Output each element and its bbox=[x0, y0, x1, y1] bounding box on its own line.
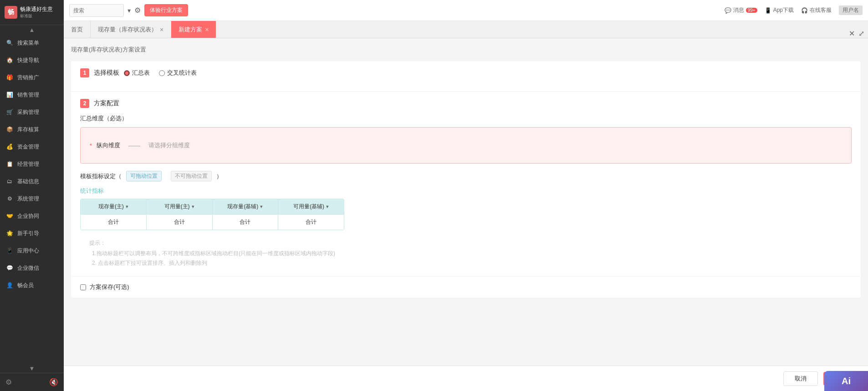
vertical-dim-label: 纵向维度 bbox=[97, 141, 120, 149]
sidebar-item-inventory[interactable]: 📦 库存核算 bbox=[0, 121, 64, 138]
topbar-right: 💬 消息 99+ 📱 App下载 🎧 在线客服 用户名 bbox=[725, 5, 863, 15]
phone-icon: 📱 bbox=[5, 247, 14, 255]
save-row: 方案保存(可选) bbox=[71, 277, 861, 298]
user-icon: 👤 bbox=[5, 281, 14, 289]
section1-header: 1 选择模板 汇总表 交叉统计表 bbox=[80, 68, 852, 77]
sidebar-item-label: 基础信息 bbox=[17, 178, 39, 185]
section-template: 1 选择模板 汇总表 交叉统计表 bbox=[71, 61, 861, 91]
radio-summary-label: 汇总表 bbox=[132, 69, 150, 77]
indicator-label-row: 模板指标设定（ 可拖动位置 不可拖动位置 ） bbox=[80, 171, 852, 181]
tip-text-1: 2. 点击标题栏下拉可设置排序、插入列和删除列 bbox=[92, 259, 207, 267]
sidebar-scroll-up[interactable]: ▲ bbox=[0, 25, 64, 34]
section2-num: 2 bbox=[80, 99, 89, 108]
main-area: ▾ ⚙ 体验行业方案 💬 消息 99+ 📱 App下载 🎧 在线客服 用户名 首… bbox=[64, 0, 868, 391]
sidebar-scroll-down[interactable]: ▼ bbox=[0, 364, 64, 373]
dimension-area[interactable]: * 纵向维度 —— 请选择分组维度 bbox=[80, 127, 852, 164]
dimension-separator: —— bbox=[128, 142, 140, 149]
tab-home[interactable]: 首页 bbox=[64, 21, 91, 38]
tip-row-0: 1.拖动标题栏可以调整布局，不可跨维度或指标区域拖动栏目(只能在同一维度或指标区… bbox=[89, 250, 842, 257]
save-checkbox[interactable] bbox=[80, 284, 86, 290]
draggable-badge: 可拖动位置 bbox=[126, 171, 162, 181]
app-download-button[interactable]: 📱 App下载 bbox=[765, 6, 794, 14]
sidebar-item-basic[interactable]: 🗂 基础信息 bbox=[0, 173, 64, 190]
message-button[interactable]: 💬 消息 99+ bbox=[725, 6, 757, 14]
gear-button[interactable]: ⚙ bbox=[134, 6, 141, 15]
col-header-label-1: 可用量(主) bbox=[164, 203, 190, 211]
tip-text-0: 1.拖动标题栏可以调整布局，不可跨维度或指标区域拖动栏目(只能在同一维度或指标区… bbox=[92, 250, 335, 257]
stats-col-header-3[interactable]: 可用量(基辅) ▾ bbox=[278, 199, 344, 214]
tab-home-label: 首页 bbox=[71, 26, 83, 34]
sidebar-item-system[interactable]: ⚙ 系统管理 bbox=[0, 190, 64, 207]
col-header-label-3: 可用量(基辅) bbox=[293, 203, 324, 211]
folder-icon: 🗂 bbox=[5, 177, 14, 185]
dimension-placeholder: 请选择分组维度 bbox=[148, 141, 190, 149]
sidebar-item-label: 库存核算 bbox=[17, 126, 39, 134]
sidebar: 畅 畅康通好生意 标准版 ▲ 🔍 搜索菜单 🏠 快捷导航 🎁 营销推广 📊 销售… bbox=[0, 0, 64, 391]
settings-icon[interactable]: ⚙ bbox=[5, 378, 12, 386]
tab-inventory-close[interactable]: × bbox=[160, 26, 163, 33]
stats-col-header-2[interactable]: 现存量(基辅) ▾ bbox=[213, 199, 279, 214]
ai-badge[interactable]: Ai bbox=[824, 371, 868, 391]
section2-title: 方案配置 bbox=[94, 99, 119, 108]
tips-title: 提示： bbox=[89, 239, 842, 247]
page-content: 现存量(库存状况表)方案设置 1 选择模板 汇总表 交叉统计表 bbox=[64, 38, 868, 365]
dropdown-button[interactable]: ▾ bbox=[128, 7, 131, 14]
stats-cell-0: 合计 bbox=[81, 215, 147, 230]
tips-section: 提示： 1.拖动标题栏可以调整布局，不可跨维度或指标区域拖动栏目(只能在同一维度… bbox=[80, 239, 852, 267]
sidebar-item-guide[interactable]: 🌟 新手引导 bbox=[0, 225, 64, 242]
industry-btn[interactable]: 体验行业方案 bbox=[144, 4, 188, 16]
sidebar-item-member[interactable]: 👤 畅会员 bbox=[0, 277, 64, 294]
sidebar-item-wechat[interactable]: 💬 企业微信 bbox=[0, 259, 64, 277]
sidebar-item-label: 新手引导 bbox=[17, 230, 39, 237]
radio-cross[interactable]: 交叉统计表 bbox=[159, 69, 197, 77]
col-header-label-2: 现存量(基辅) bbox=[227, 203, 258, 211]
message-icon: 💬 bbox=[725, 7, 731, 14]
sidebar-item-label: 搜索菜单 bbox=[17, 39, 39, 47]
money-icon: 💰 bbox=[5, 143, 14, 151]
sidebar-logo: 畅 畅康通好生意 标准版 bbox=[0, 0, 64, 25]
online-service-button[interactable]: 🎧 在线客服 bbox=[801, 6, 832, 14]
col-dropdown-icon-2[interactable]: ▾ bbox=[260, 204, 263, 210]
col-dropdown-icon-1[interactable]: ▾ bbox=[192, 204, 194, 210]
sidebar-item-nav[interactable]: 🏠 快捷导航 bbox=[0, 51, 64, 69]
sidebar-item-apps[interactable]: 📱 应用中心 bbox=[0, 242, 64, 259]
search-icon: 🔍 bbox=[5, 39, 14, 47]
radio-cross-input[interactable] bbox=[159, 70, 165, 76]
user-profile-button[interactable]: 用户名 bbox=[839, 5, 863, 15]
sidebar-nav: 🔍 搜索菜单 🏠 快捷导航 🎁 营销推广 📊 销售管理 🛒 采购管理 📦 库存核… bbox=[0, 34, 64, 364]
tab-new-plan[interactable]: 新建方案 × bbox=[171, 21, 216, 38]
sidebar-item-label: 资金管理 bbox=[17, 143, 39, 151]
tab-inventory[interactable]: 现存量（库存状况表） × bbox=[91, 21, 171, 38]
settings-card: 1 选择模板 汇总表 交叉统计表 bbox=[71, 61, 861, 298]
search-input[interactable] bbox=[69, 4, 124, 17]
sidebar-item-search[interactable]: 🔍 搜索菜单 bbox=[0, 34, 64, 51]
section-config: 2 方案配置 汇总维度（必选） * 纵向维度 —— 请选择分组维度 模板指标设定… bbox=[71, 92, 861, 276]
tab-new-plan-close[interactable]: × bbox=[205, 26, 209, 33]
cancel-button[interactable]: 取消 bbox=[783, 371, 818, 386]
radio-summary[interactable]: 汇总表 bbox=[124, 69, 150, 77]
gear-icon: ⚙ bbox=[5, 195, 14, 203]
mute-icon[interactable]: 🔇 bbox=[49, 378, 58, 386]
sidebar-item-management[interactable]: 📋 经营管理 bbox=[0, 155, 64, 173]
tabs-actions: ✕ ⤢ bbox=[845, 29, 868, 38]
topbar: ▾ ⚙ 体验行业方案 💬 消息 99+ 📱 App下载 🎧 在线客服 用户名 bbox=[64, 0, 868, 21]
cart-icon: 🛒 bbox=[5, 108, 14, 116]
radio-summary-input[interactable] bbox=[124, 70, 130, 76]
col-dropdown-icon-3[interactable]: ▾ bbox=[326, 204, 329, 210]
col-dropdown-icon-0[interactable]: ▾ bbox=[126, 204, 128, 210]
sidebar-item-sales[interactable]: 📊 销售管理 bbox=[0, 86, 64, 103]
star-icon: 🌟 bbox=[5, 229, 14, 237]
tab-expand-btn[interactable]: ⤢ bbox=[858, 29, 864, 38]
sidebar-item-marketing[interactable]: 🎁 营销推广 bbox=[0, 69, 64, 86]
required-star: * bbox=[90, 142, 92, 149]
stats-col-header-0[interactable]: 现存量(主) ▾ bbox=[81, 199, 147, 214]
sidebar-item-collab[interactable]: 🤝 企业协同 bbox=[0, 207, 64, 225]
stats-col-header-1[interactable]: 可用量(主) ▾ bbox=[147, 199, 213, 214]
save-label: 方案保存(可选) bbox=[90, 283, 129, 291]
sidebar-item-finance[interactable]: 💰 资金管理 bbox=[0, 138, 64, 155]
col-header-label-0: 现存量(主) bbox=[98, 203, 124, 211]
indicator-label-end: ） bbox=[216, 172, 222, 180]
sidebar-item-label: 经营管理 bbox=[17, 160, 39, 168]
tab-close-btn[interactable]: ✕ bbox=[849, 29, 855, 38]
sidebar-item-purchase[interactable]: 🛒 采购管理 bbox=[0, 103, 64, 121]
